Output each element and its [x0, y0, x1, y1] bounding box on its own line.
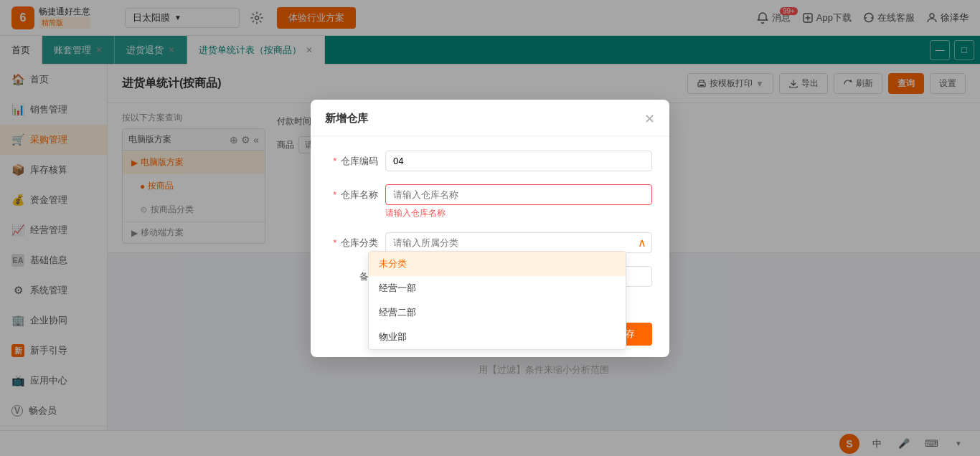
dropdown-dept1-label: 经营一部: [379, 282, 416, 293]
category-input[interactable]: [385, 232, 652, 253]
category-select-wrapper: ∧: [385, 232, 652, 253]
form-row-name: * 仓库名称 请输入仓库名称: [328, 184, 652, 219]
dialog-title: 新增仓库: [325, 112, 368, 125]
dropdown-dept2-label: 经营二部: [379, 307, 416, 318]
required-star-2: *: [333, 189, 336, 200]
name-input[interactable]: [385, 184, 652, 205]
required-star-3: *: [333, 237, 336, 248]
code-control: [385, 151, 652, 171]
form-row-code: * 仓库编码: [328, 151, 652, 171]
name-control: 请输入仓库名称: [385, 184, 652, 219]
category-label: * 仓库分类: [328, 232, 385, 250]
required-star-1: *: [333, 156, 336, 166]
form-row-category: * 仓库分类 ∧: [328, 232, 652, 253]
dropdown-dept3-label: 物业部: [379, 331, 407, 342]
dialog-close-button[interactable]: ✕: [644, 111, 655, 127]
dropdown-item-dept2[interactable]: 经营二部: [369, 300, 626, 325]
dropdown-unclassified-label: 未分类: [379, 258, 407, 269]
dropdown-item-dept3[interactable]: 物业部: [369, 325, 626, 349]
dropdown-item-dept1[interactable]: 经营一部: [369, 276, 626, 300]
name-error-message: 请输入仓库名称: [385, 207, 652, 219]
name-label: * 仓库名称: [328, 184, 385, 201]
code-input[interactable]: [385, 151, 652, 171]
code-label: * 仓库编码: [328, 151, 385, 168]
dialog-header: 新增仓库 ✕: [311, 100, 669, 136]
modal-overlay: 新增仓库 ✕ * 仓库编码 * 仓库名称: [0, 0, 980, 456]
dropdown-item-unclassified[interactable]: 未分类: [369, 252, 626, 276]
category-dropdown-list: 未分类 经营一部 经营二部 物业部: [368, 251, 626, 350]
category-control: ∧: [385, 232, 652, 253]
